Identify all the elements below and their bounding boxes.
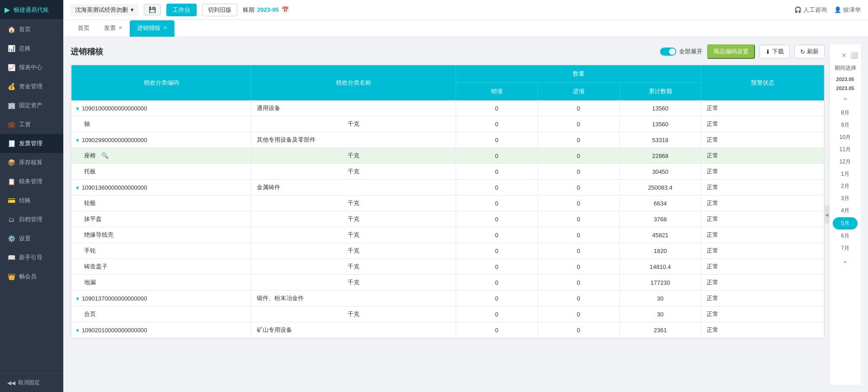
company-name: 沈海英测试经营勿删 [75, 6, 128, 14]
switch-version-button[interactable]: 切到旧版 [202, 4, 237, 16]
row-unit: 千克 [251, 148, 456, 164]
sidebar-item-accounting[interactable]: 💳 结账 [0, 191, 63, 210]
sidebar-item-home[interactable]: 🏠 首页 [0, 20, 63, 39]
payroll-icon: 💼 [7, 121, 15, 128]
row-purchase: 0 [538, 211, 619, 227]
sidebar-footer-unpin[interactable]: ◀◀ 取消固定 [0, 373, 63, 392]
refresh-label: 刷新 [807, 48, 819, 56]
assets-icon: 🏢 [7, 102, 15, 109]
tab-invoice-close[interactable]: ✕ [118, 25, 123, 31]
sidebar-label-tax: 税务管理 [19, 177, 42, 186]
scroll-down-arrow[interactable]: ⌄ [840, 254, 850, 267]
refresh-button[interactable]: ↻ 刷新 [794, 45, 825, 58]
row-status: 正常 [701, 275, 824, 291]
period-selector[interactable]: 账期 2023-05 📅 [243, 6, 289, 14]
sidebar-item-archive[interactable]: 🗂 归档管理 [0, 210, 63, 229]
topbar: 沈海英测试经营勿删 ▾ 💾 工作台 切到旧版 账期 2023-05 📅 🎧 人工… [63, 0, 868, 20]
row-unit: 千克 [251, 116, 456, 132]
tab-invoice[interactable]: 发票 ✕ [97, 20, 130, 37]
row-purchase: 0 [538, 148, 619, 164]
pin-icon: ◀◀ [7, 380, 15, 386]
row-unit: 千克 [251, 196, 456, 211]
row-purchase: 0 [538, 116, 619, 132]
tab-reconcile-close[interactable]: ✕ [163, 25, 167, 31]
sidebar: ▶ 畅捷通易代账 🏠 首页 📊 总账 📈 报表中心 💰 资金管理 🏢 固定资产 … [0, 0, 63, 392]
row-code: 铸造盖子 [71, 259, 251, 275]
collapse-icon[interactable]: ▼ [75, 185, 80, 191]
panel-toggle-button[interactable]: ◀ [824, 206, 830, 224]
sidebar-item-finance[interactable]: 💰 资金管理 [0, 77, 63, 96]
row-name: 通用设备 [251, 100, 456, 116]
col-header-sales: 销项 [456, 83, 538, 100]
sidebar-item-invoice[interactable]: 🧾 发票管理 [0, 134, 63, 153]
row-name: 矿山专用设备 [251, 322, 456, 338]
data-table-wrap: 税收分类编码 税收分类名称 数量 预警状态 销项 进项 累计数额 [71, 64, 825, 339]
sidebar-item-payroll[interactable]: 💼 工资 [0, 115, 63, 134]
sidebar-item-vip[interactable]: 👑 畅会员 [0, 267, 63, 286]
sidebar-item-reports[interactable]: 📈 报表中心 [0, 58, 63, 77]
row-total: 6634 [619, 196, 701, 211]
user-menu[interactable]: 👤 徐泽华 [834, 6, 861, 14]
period-month-item[interactable]: 12月 [830, 156, 861, 168]
row-purchase: 0 [538, 164, 619, 180]
collapse-icon[interactable]: ▼ [75, 296, 80, 301]
row-total: 250083.4 [619, 180, 701, 196]
sidebar-item-assets[interactable]: 🏢 固定资产 [0, 96, 63, 115]
period-month-item[interactable]: 9月 [830, 119, 861, 131]
row-status: 正常 [701, 196, 824, 211]
expand-panel-icon[interactable]: ⬜ [850, 52, 858, 59]
row-name: 其他专用设备及零部件 [251, 132, 456, 148]
period-month-item[interactable]: 3月 [830, 192, 861, 205]
row-total: 3768 [619, 211, 701, 227]
table-row: 绝缘导线壳 千克 0 0 45821 正常 [71, 227, 824, 243]
tax-icon: 📋 [7, 178, 15, 185]
period-month-item[interactable]: 5月 [833, 217, 858, 229]
row-purchase: 0 [538, 259, 619, 275]
row-unit: 千克 [251, 211, 456, 227]
sidebar-item-guide[interactable]: 📖 新手引导 [0, 248, 63, 267]
download-button[interactable]: ⬇ 下载 [760, 45, 790, 58]
sidebar-item-tax[interactable]: 📋 税务管理 [0, 172, 63, 191]
help-label: 人工咨询 [803, 6, 827, 14]
row-purchase: 0 [538, 322, 619, 338]
row-sales: 0 [456, 243, 538, 259]
row-code: ▼10901360000000000000 [71, 180, 251, 196]
period-month-item[interactable]: 2月 [830, 180, 861, 192]
collapse-icon[interactable]: ▼ [75, 106, 80, 111]
period-month-item[interactable]: 1月 [830, 168, 861, 180]
calendar-icon: 📅 [282, 6, 289, 13]
save-draft-button[interactable]: 💾 [144, 4, 161, 15]
tab-home[interactable]: 首页 [71, 20, 97, 37]
period-month-item[interactable]: 11月 [830, 143, 861, 156]
row-status: 正常 [701, 180, 824, 196]
period-month-item[interactable]: 7月 [830, 242, 861, 254]
product-code-button[interactable]: 商品编码设置 [707, 44, 755, 59]
row-total: 30 [619, 306, 701, 322]
close-panel-icon[interactable]: ✕ [841, 52, 847, 59]
logo-icon: ▶ [5, 5, 10, 14]
period-month-item[interactable]: 8月 [830, 107, 861, 119]
finance-icon: 💰 [7, 83, 15, 90]
sidebar-label-inventory: 库存核算 [19, 158, 42, 167]
sidebar-item-inventory[interactable]: 📦 库存核算 [0, 153, 63, 172]
sidebar-label-settings: 设置 [19, 234, 31, 243]
sidebar-item-settings[interactable]: ⚙️ 设置 [0, 229, 63, 248]
help-button[interactable]: 🎧 人工咨询 [794, 6, 827, 14]
expand-toggle[interactable] [660, 48, 676, 56]
table-row: 座椅 🔍 千克 0 0 22868 正常 [71, 148, 824, 164]
company-selector[interactable]: 沈海英测试经营勿删 ▾ [71, 4, 138, 16]
period-month-item[interactable]: 6月 [830, 230, 861, 242]
row-code: 绝缘导线壳 [71, 227, 251, 243]
period-month-item[interactable]: 4月 [830, 205, 861, 217]
sidebar-label-assets: 固定资产 [19, 101, 42, 110]
workspace-button[interactable]: 工作台 [166, 4, 197, 16]
sidebar-label-home: 首页 [19, 25, 31, 33]
period-month-item[interactable]: 10月 [830, 131, 861, 143]
sidebar-item-ledger[interactable]: 📊 总账 [0, 39, 63, 58]
tab-reconcile[interactable]: 进销稽核 ✕ [130, 20, 175, 37]
table-row: ▼10901370000000000000 锻件、粉末冶金件 0 0 30 正常 [71, 291, 824, 306]
collapse-icon[interactable]: ▼ [75, 138, 80, 143]
scroll-up-arrow[interactable]: ⌃ [840, 95, 850, 107]
search-icon[interactable]: 🔍 [101, 152, 108, 159]
collapse-icon[interactable]: ▼ [75, 328, 80, 333]
